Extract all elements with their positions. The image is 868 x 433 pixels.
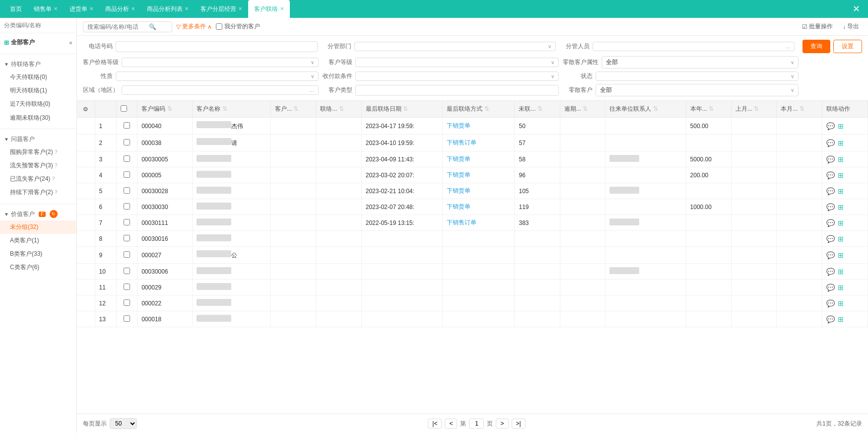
more-actions-icon[interactable]: ⊞ [838,299,844,307]
next-page-button[interactable]: > [496,419,508,429]
chat-icon[interactable]: 💬 [826,235,835,243]
filter-manager-input[interactable]: … [593,42,795,51]
sidebar-item-declining[interactable]: 持续下滑客户(2) ? [0,186,76,199]
chat-icon[interactable]: 💬 [826,284,835,291]
row-checkbox-cell[interactable] [116,280,137,295]
filter-price-level-select[interactable]: ∨ [122,58,319,67]
close-customer-segment-tab[interactable]: ✕ [238,0,242,18]
first-page-button[interactable]: |< [428,419,442,429]
value-customers-refresh-icon[interactable]: ↻ [50,210,58,218]
close-product-analysis-tab[interactable]: ✕ [131,0,135,18]
more-actions-icon[interactable]: ⊞ [838,171,844,179]
row-checkbox-cell[interactable] [116,264,137,280]
per-page-select[interactable]: 50 100 [110,418,137,429]
col-code[interactable]: 客户编码 ⇅ [137,101,193,118]
chat-icon[interactable]: 💬 [826,251,835,259]
col-settings[interactable]: ⚙ [77,101,95,118]
more-actions-icon[interactable]: ⊞ [838,251,844,259]
sidebar-item-7days[interactable]: 近7天待联络(0) [0,97,76,111]
main-search-box[interactable]: 🔍 [83,21,172,32]
sidebar-item-group-b[interactable]: B类客户(33) [0,247,76,261]
row-contact-method-link[interactable]: 下销货单 [447,187,470,194]
batch-operation-button[interactable]: ☑ 批量操作 [799,21,836,32]
row-checkbox-cell[interactable] [116,295,137,311]
filter-customer-type-input[interactable] [355,85,558,96]
sidebar-item-ungrouped[interactable]: 未分组(32) [0,220,76,234]
row-checkbox-cell[interactable] [116,199,137,215]
row-contact-method-link[interactable]: 下销货单 [447,155,470,162]
tab-product-analysis-list[interactable]: 商品分析列表 ✕ [141,0,195,18]
filter-scatter-customer-select[interactable]: 全部 ∨ [596,84,799,96]
row-checkbox[interactable] [124,203,130,210]
row-checkbox-cell[interactable] [116,311,137,327]
row-contact-method-link[interactable]: 下销货单 [447,203,470,210]
col-checkbox[interactable] [116,101,137,118]
row-last-contact-method[interactable]: 下销售订单 [443,215,515,231]
tab-purchase[interactable]: 进货单 ✕ [64,0,99,18]
col-last-contact-date[interactable]: 最后联络日期 ⇅ [361,101,442,118]
my-customers-check[interactable] [216,23,222,30]
row-last-contact-method[interactable]: 下销货单 [443,183,515,199]
chat-icon[interactable]: 💬 [826,203,835,211]
chat-icon[interactable]: 💬 [826,299,835,307]
row-checkbox[interactable] [124,122,130,129]
sidebar-item-group-a[interactable]: A类客户(1) [0,234,76,247]
more-actions-icon[interactable]: ⊞ [838,219,844,227]
problem-customers-group[interactable]: ▼ 问题客户 [0,133,76,145]
row-last-contact-method[interactable]: 下销货单 [443,199,515,215]
sidebar-item-overdue[interactable]: 逾期未联络(30) [0,111,76,125]
sidebar-item-tomorrow[interactable]: 明天待联络(1) [0,84,76,97]
more-conditions-button[interactable]: ▽ 更多条件 ∧ [176,22,212,31]
sidebar-search-input[interactable] [4,22,77,29]
close-customer-contact-tab[interactable]: ✕ [280,0,284,18]
filter-phone-input[interactable] [116,41,318,52]
col-unit-contact[interactable]: 往来单位联系人 ⇅ [605,101,686,118]
row-contact-method-link[interactable]: 下销售订单 [447,219,476,226]
row-checkbox-cell[interactable] [116,183,137,199]
col-this-year[interactable]: 本年... ⇅ [686,101,731,118]
sidebar-item-hoard-abnormal[interactable]: 囤购异常客户(2) ? [0,145,76,159]
chat-icon[interactable]: 💬 [826,122,835,130]
col-contact[interactable]: 联络... ⇅ [316,101,361,118]
close-product-analysis-list-tab[interactable]: ✕ [185,0,189,18]
filter-customer-level-select[interactable]: ∨ [355,58,558,67]
row-checkbox-cell[interactable] [116,118,137,135]
all-customers-header[interactable]: ⊞ 全部客户 « [0,35,76,50]
export-button[interactable]: ↓ 导出 [840,21,862,32]
row-last-contact-method[interactable]: 下销售订单 [443,135,515,151]
close-window-button[interactable]: ✕ [849,3,864,14]
chat-icon[interactable]: 💬 [826,139,835,147]
row-checkbox-cell[interactable] [116,247,137,264]
close-purchase-tab[interactable]: ✕ [89,0,93,18]
tab-product-analysis[interactable]: 商品分析 ✕ [99,0,141,18]
collapse-sidebar-icon[interactable]: « [69,39,72,46]
filter-nature-select[interactable]: ∨ [116,72,319,81]
col-last-contact-method[interactable]: 最后联络方式 ⇅ [443,101,515,118]
last-page-button[interactable]: >| [512,419,526,429]
row-checkbox-cell[interactable] [116,135,137,151]
main-search-input[interactable] [87,23,147,30]
row-checkbox-cell[interactable] [116,167,137,183]
row-checkbox-cell[interactable] [116,151,137,167]
chat-icon[interactable]: 💬 [826,268,835,276]
value-customers-group[interactable]: ▼ 价值客户 F ↻ [0,208,76,220]
filter-dept-select[interactable]: ∨ [354,42,556,51]
row-checkbox[interactable] [124,139,130,145]
query-button[interactable]: 查询 [802,40,830,53]
row-checkbox[interactable] [124,251,130,258]
tab-customer-contact[interactable]: 客户联络 ✕ [248,0,290,18]
more-actions-icon[interactable]: ⊞ [838,203,844,211]
page-number-input[interactable] [469,419,484,429]
col-no-contact[interactable]: 未联... ⇅ [515,101,560,118]
filter-scatter-attr-select[interactable]: 全部 ∨ [601,56,799,69]
col-type[interactable]: 客户... ⇅ [271,101,316,118]
row-contact-method-link[interactable]: 下销货单 [447,122,470,129]
main-search-icon[interactable]: 🔍 [149,23,156,30]
chat-icon[interactable]: 💬 [826,171,835,179]
chat-icon[interactable]: 💬 [826,315,835,323]
more-actions-icon[interactable]: ⊞ [838,235,844,243]
tab-home[interactable]: 首页 [4,0,28,18]
row-last-contact-method[interactable]: 下销货单 [443,118,515,135]
row-checkbox[interactable] [124,235,130,241]
filter-region-input[interactable]: … [122,85,319,95]
